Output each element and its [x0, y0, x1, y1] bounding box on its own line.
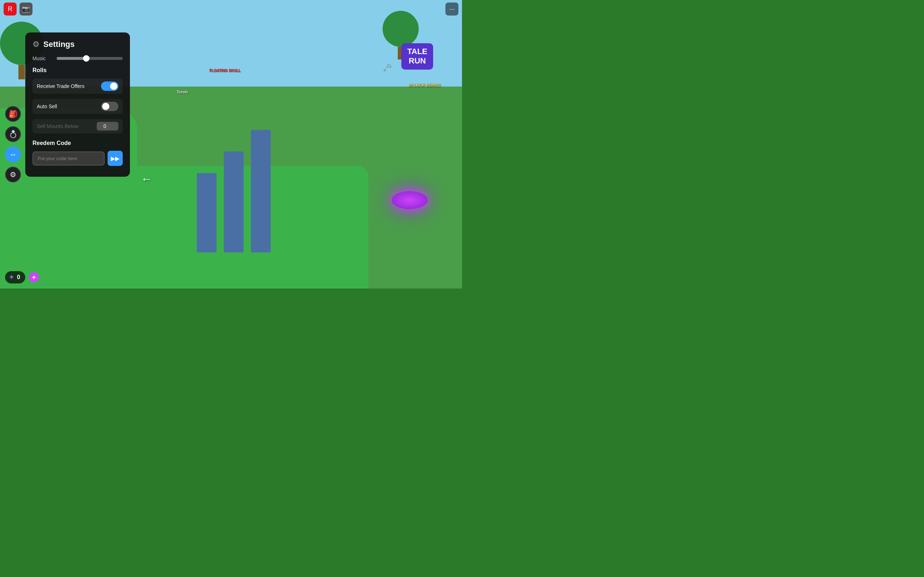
code-input[interactable]: [32, 152, 105, 166]
star-icon: ✦: [9, 273, 14, 281]
camera-icon: 📷: [22, 5, 30, 13]
rolls-section-label: Rolls: [32, 67, 123, 74]
trade-icon: ↔: [10, 150, 16, 159]
top-bar: R 📷 ···: [0, 0, 462, 18]
left-sidebar: 🎒 💍 ↔ ⚙: [5, 106, 21, 182]
submit-icon: ▶▶: [111, 155, 120, 162]
redeem-code-label: Reedem Code: [32, 140, 123, 147]
roblox-icon[interactable]: R: [3, 3, 16, 16]
bottom-bar: ✦ 0 +: [5, 271, 39, 284]
music-slider[interactable]: [57, 57, 123, 60]
settings-title: Settings: [43, 40, 75, 49]
currency-display: ✦ 0: [5, 271, 25, 284]
sidebar-trade-button[interactable]: ↔: [5, 147, 21, 162]
tale-run-badge: TALERUN: [401, 43, 433, 69]
ring-icon: 💍: [9, 130, 18, 139]
sell-mounts-input[interactable]: [97, 122, 118, 131]
arrow-pointer: ←: [141, 172, 152, 186]
top-left-icons: R 📷: [3, 3, 32, 16]
key-item: 🗝️: [382, 63, 392, 73]
auto-sell-toggle[interactable]: [101, 102, 118, 111]
auto-sell-label: Auto Sell: [37, 103, 57, 109]
music-slider-track: [57, 57, 123, 60]
music-slider-thumb[interactable]: [83, 55, 89, 62]
submit-code-button[interactable]: ▶▶: [108, 151, 123, 166]
sell-mounts-row: Sell Mounts Below: [32, 119, 123, 134]
sidebar-settings-button[interactable]: ⚙: [5, 167, 21, 182]
sidebar-bag-button[interactable]: 🎒: [5, 106, 21, 122]
luck-bonus-text: 20 LUCK BONUS: [408, 83, 440, 87]
redeem-code-row: ▶▶: [32, 151, 123, 166]
pillar-1: [197, 173, 216, 253]
receive-trade-offers-row: Receive Trade Offers: [32, 79, 123, 94]
settings-icon: ⚙: [10, 170, 16, 179]
currency-value: 0: [17, 274, 20, 280]
pillar-3: [251, 130, 271, 253]
receive-trade-offers-label: Receive Trade Offers: [37, 83, 84, 89]
character-name-tag: Toroto: [177, 90, 188, 94]
music-label: Music: [32, 56, 52, 61]
settings-header: ⚙ Settings: [32, 40, 123, 49]
bag-icon: 🎒: [9, 110, 18, 118]
settings-panel: ⚙ Settings Music Rolls Receive Trade Off…: [25, 32, 130, 177]
music-slider-fill: [57, 57, 86, 60]
purple-orb: [392, 191, 428, 209]
receive-trade-toggle-thumb: [110, 82, 117, 90]
music-row: Music: [32, 56, 123, 61]
more-options-button[interactable]: ···: [446, 3, 459, 16]
auto-sell-toggle-thumb: [102, 103, 109, 110]
auto-sell-row: Auto Sell: [32, 99, 123, 114]
add-currency-button[interactable]: +: [29, 272, 39, 282]
settings-gear-icon: ⚙: [32, 40, 40, 49]
pillar-2: [224, 152, 244, 253]
sell-mounts-label: Sell Mounts Below: [37, 123, 78, 129]
receive-trade-offers-toggle[interactable]: [101, 82, 118, 91]
screenshot-icon[interactable]: 📷: [19, 3, 32, 16]
floating-skull-text: FLOATING SKULL: [209, 69, 241, 73]
sidebar-ring-button[interactable]: 💍: [5, 126, 21, 142]
